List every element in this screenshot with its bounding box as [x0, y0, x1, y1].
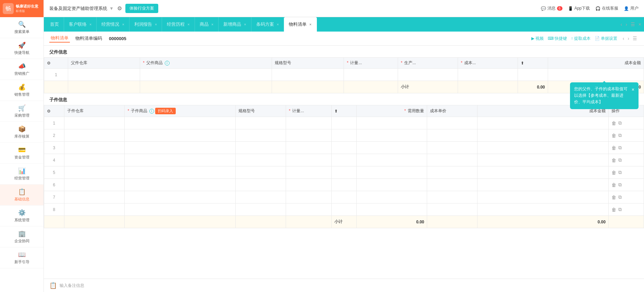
- child-quantity-1[interactable]: [357, 117, 427, 129]
- tab-close-new-goods[interactable]: ×: [244, 22, 246, 26]
- tab-close-barcode[interactable]: ×: [277, 22, 279, 26]
- child-unit-cost-4[interactable]: [427, 154, 478, 166]
- child-delete-3[interactable]: 🗑: [611, 145, 616, 151]
- parent-warehouse-1[interactable]: [68, 69, 140, 81]
- child-spec-1[interactable]: [236, 117, 286, 129]
- child-warehouse-1[interactable]: [64, 117, 125, 129]
- sidebar-item-enterprise[interactable]: 🏢 企业协同: [0, 226, 44, 247]
- sidebar-item-inventory[interactable]: 📦 库存核算: [0, 122, 44, 143]
- child-unit-2[interactable]: [286, 129, 331, 142]
- sidebar-item-operations[interactable]: 📊 经营管理: [0, 164, 44, 185]
- sidebar-item-finance[interactable]: 💳 资金管理: [0, 143, 44, 164]
- child-unit-cost-8[interactable]: [427, 203, 478, 216]
- child-copy-6[interactable]: ⧉: [618, 182, 622, 188]
- single-settings-action[interactable]: 📄 单据设置: [595, 36, 617, 42]
- child-copy-5[interactable]: ⧉: [618, 170, 622, 175]
- child-quantity-4[interactable]: [357, 154, 427, 166]
- child-warehouse-8[interactable]: [64, 203, 125, 216]
- tab-nav-right[interactable]: ›: [624, 21, 629, 28]
- tab-operations[interactable]: 经营情况 ×: [97, 17, 129, 32]
- sidebar-item-basic[interactable]: 📋 基础信息: [0, 185, 44, 206]
- view-action[interactable]: ▶ 视频: [531, 36, 544, 42]
- child-quantity-8[interactable]: [357, 203, 427, 216]
- child-goods-6[interactable]: [125, 179, 236, 191]
- form-nav-left[interactable]: ‹: [621, 35, 626, 42]
- child-copy-7[interactable]: ⧉: [618, 194, 622, 200]
- child-copy-1[interactable]: ⧉: [618, 120, 622, 126]
- child-spec-4[interactable]: [236, 154, 286, 166]
- online-service-action[interactable]: 🎧 在线客服: [595, 5, 618, 11]
- sidebar-item-marketing[interactable]: 📣 营销推广: [0, 59, 44, 80]
- trial-button[interactable]: 体验行业方案: [125, 4, 158, 13]
- shortcut-action[interactable]: ⌨ 快捷键: [548, 36, 567, 42]
- tab-new-goods[interactable]: 新增商品 ×: [219, 17, 251, 32]
- sidebar-item-purchase[interactable]: 🛒 采购管理: [0, 101, 44, 122]
- child-delete-6[interactable]: 🗑: [611, 182, 616, 188]
- child-copy-8[interactable]: ⧉: [618, 207, 622, 212]
- settings-button[interactable]: ⚙: [117, 5, 122, 12]
- child-goods-5[interactable]: [125, 166, 236, 179]
- child-unit-cost-6[interactable]: [427, 179, 478, 191]
- child-warehouse-4[interactable]: [64, 154, 125, 166]
- child-warehouse-6[interactable]: [64, 179, 125, 191]
- child-delete-7[interactable]: 🗑: [611, 195, 616, 200]
- sidebar-item-system[interactable]: ⚙️ 系统管理: [0, 206, 44, 226]
- child-unit-7[interactable]: [286, 191, 331, 203]
- tab-bom[interactable]: 物料清单 ×: [284, 17, 317, 32]
- tab-close-all[interactable]: ×: [637, 21, 643, 28]
- sub-nav-bom-list[interactable]: 物料清单: [49, 34, 70, 43]
- child-goods-7[interactable]: [125, 191, 236, 203]
- tab-close-operations[interactable]: ×: [122, 22, 124, 26]
- form-nav-menu[interactable]: ☰: [631, 35, 639, 42]
- extract-cost-action[interactable]: ↑ 提取成本: [571, 36, 591, 42]
- tab-close-profit[interactable]: ×: [155, 22, 157, 26]
- child-goods-4[interactable]: [125, 154, 236, 166]
- child-goods-3[interactable]: [125, 142, 236, 154]
- tab-close-history[interactable]: ×: [187, 22, 189, 26]
- parent-cost-1[interactable]: [458, 69, 518, 81]
- scan-input-button[interactable]: 扫码录入: [155, 108, 176, 114]
- app-download-action[interactable]: 📱 App下载: [568, 5, 590, 11]
- child-delete-8[interactable]: 🗑: [611, 207, 616, 212]
- child-delete-1[interactable]: 🗑: [611, 120, 616, 126]
- tab-close-goods[interactable]: ×: [211, 22, 213, 26]
- child-quantity-2[interactable]: [357, 129, 427, 142]
- child-goods-2[interactable]: [125, 129, 236, 142]
- child-warehouse-2[interactable]: [64, 129, 125, 142]
- tab-history[interactable]: 经营历程 ×: [162, 17, 195, 32]
- child-unit-6[interactable]: [286, 179, 331, 191]
- form-nav-right[interactable]: ›: [626, 35, 631, 42]
- child-goods-1[interactable]: [125, 117, 236, 129]
- child-delete-5[interactable]: 🗑: [611, 170, 616, 175]
- child-unit-cost-7[interactable]: [427, 191, 478, 203]
- child-col-settings[interactable]: ⚙: [44, 105, 64, 117]
- sidebar-item-search[interactable]: 🔍 搜索菜单: [0, 17, 44, 38]
- parent-unit-1[interactable]: [344, 69, 398, 81]
- child-unit-cost-2[interactable]: [427, 129, 478, 142]
- child-warehouse-3[interactable]: [64, 142, 125, 154]
- parent-goods-info-icon[interactable]: i: [165, 61, 170, 66]
- tab-nav-menu[interactable]: ☰: [629, 21, 636, 28]
- child-quantity-5[interactable]: [357, 166, 427, 179]
- child-copy-4[interactable]: ⧉: [618, 157, 622, 163]
- child-unit-1[interactable]: [286, 117, 331, 129]
- tab-customer[interactable]: 客户联络 ×: [64, 17, 97, 32]
- tab-close-bom[interactable]: ×: [309, 22, 311, 26]
- child-spec-5[interactable]: [236, 166, 286, 179]
- sidebar-item-quicknav[interactable]: 🚀 快捷导航: [0, 38, 44, 59]
- child-spec-6[interactable]: [236, 179, 286, 191]
- sidebar-item-guide[interactable]: 📖 新手引导: [0, 247, 44, 268]
- child-unit-4[interactable]: [286, 154, 331, 166]
- child-quantity-7[interactable]: [357, 191, 427, 203]
- child-copy-2[interactable]: ⧉: [618, 132, 622, 138]
- child-warehouse-7[interactable]: [64, 191, 125, 203]
- tab-close-customer[interactable]: ×: [89, 22, 91, 26]
- sidebar-item-sales[interactable]: 💰 销售管理: [0, 80, 44, 101]
- parent-spec-1[interactable]: [272, 69, 344, 81]
- user-action[interactable]: 👤 用户: [624, 5, 639, 11]
- tooltip-close-icon[interactable]: ×: [632, 86, 634, 93]
- child-unit-cost-1[interactable]: [427, 117, 478, 129]
- child-goods-8[interactable]: [125, 203, 236, 216]
- child-delete-4[interactable]: 🗑: [611, 157, 616, 163]
- child-unit-cost-3[interactable]: [427, 142, 478, 154]
